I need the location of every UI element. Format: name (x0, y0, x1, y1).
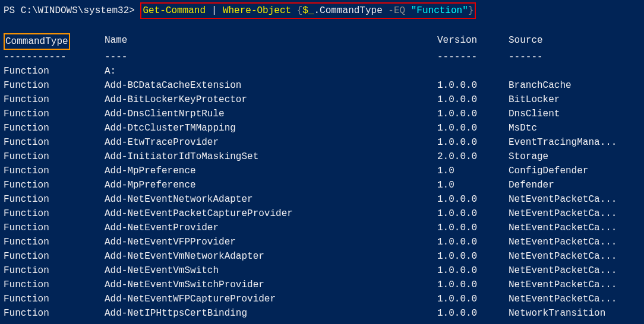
cell-version: 1.0.0.0 (437, 207, 509, 221)
divider-name: ---- (105, 50, 437, 64)
string-literal: "Function" (411, 4, 468, 18)
cell-name: Add-NetEventProvider (105, 221, 437, 235)
prompt-prefix: PS C:\WINDOWS\system32> (4, 4, 140, 18)
cell-commandtype: Function (4, 78, 105, 93)
cell-version (437, 64, 509, 78)
table-row: FunctionAdd-EtwTraceProvider1.0.0.0Event… (4, 135, 640, 150)
cell-name: Add-NetEventWFPCaptureProvider (105, 292, 437, 306)
cell-source: BranchCache (509, 78, 640, 93)
cell-name: Add-NetEventVFPProvider (105, 235, 437, 249)
cell-source: NetEventPacketCa... (509, 292, 640, 306)
table-row: FunctionAdd-InitiatorIdToMaskingSet2.0.0… (4, 150, 640, 164)
table-row: FunctionAdd-NetIPHttpsCertBinding1.0.0.0… (4, 306, 640, 320)
cell-name: Add-NetEventNetworkAdapter (105, 192, 437, 207)
brace-open: { (297, 4, 303, 18)
cell-name: Add-BCDataCacheExtension (105, 78, 437, 93)
cell-name: Add-InitiatorIdToMaskingSet (105, 150, 437, 164)
cell-name: Add-NetEventVmSwitchProvider (105, 278, 437, 292)
cell-version: 1.0.0.0 (437, 263, 509, 278)
comparison-operator: -EQ (388, 4, 411, 18)
cell-source: NetworkTransition (509, 306, 640, 320)
cell-version: 1.0.0.0 (437, 107, 509, 121)
table-row: FunctionAdd-NetEventVmNetworkAdapter1.0.… (4, 249, 640, 263)
cell-commandtype: Function (4, 192, 105, 207)
pipe-operator: | (206, 4, 223, 18)
cell-version: 1.0.0.0 (437, 235, 509, 249)
cell-source: BitLocker (509, 93, 640, 107)
cell-commandtype: Function (4, 278, 105, 292)
cell-commandtype: Function (4, 164, 105, 178)
table-row: FunctionAdd-BCDataCacheExtension1.0.0.0B… (4, 78, 640, 93)
cell-name: Add-DnsClientNrptRule (105, 107, 437, 121)
header-source: Source (509, 33, 640, 50)
header-version: Version (437, 33, 509, 50)
cell-name: Add-MpPreference (105, 164, 437, 178)
cell-source: Defender (509, 178, 640, 192)
cell-commandtype: Function (4, 207, 105, 221)
cell-commandtype: Function (4, 292, 105, 306)
table-row: FunctionAdd-MpPreference1.0ConfigDefende… (4, 164, 640, 178)
divider-type: ----------- (4, 50, 105, 64)
commandtype-highlight-box: CommandType (4, 33, 70, 50)
cell-version: 1.0.0.0 (437, 278, 509, 292)
cell-name: Add-BitLockerKeyProtector (105, 93, 437, 107)
cmdlet-get-command: Get-Command (143, 4, 206, 18)
cell-commandtype: Function (4, 135, 105, 150)
cmdlet-where-object: Where-Object (223, 4, 297, 18)
cell-commandtype: Function (4, 93, 105, 107)
table-row: FunctionAdd-NetEventVmSwitch1.0.0.0NetEv… (4, 263, 640, 278)
cell-source (509, 64, 640, 78)
cell-commandtype: Function (4, 235, 105, 249)
cell-version: 2.0.0.0 (437, 150, 509, 164)
cell-commandtype: Function (4, 107, 105, 121)
table-row: FunctionAdd-NetEventVmSwitchProvider1.0.… (4, 278, 640, 292)
prompt-line[interactable]: PS C:\WINDOWS\system32> Get-Command | Wh… (4, 2, 640, 19)
cell-version: 1.0.0.0 (437, 292, 509, 306)
cell-version: 1.0.0.0 (437, 221, 509, 235)
cell-commandtype: Function (4, 263, 105, 278)
cell-source: NetEventPacketCa... (509, 263, 640, 278)
command-highlight-box: Get-Command | Where-Object { $_ .Command… (140, 2, 476, 19)
cell-version: 1.0.0.0 (437, 135, 509, 150)
cell-name: Add-NetEventVmNetworkAdapter (105, 249, 437, 263)
cell-commandtype: Function (4, 150, 105, 164)
cell-commandtype: Function (4, 249, 105, 263)
cell-commandtype: Function (4, 64, 105, 78)
cell-version: 1.0.0.0 (437, 306, 509, 320)
divider-row: ----------- ---- ------- ------ (4, 50, 640, 64)
table-row: FunctionAdd-NetEventVFPProvider1.0.0.0Ne… (4, 235, 640, 249)
header-name: Name (105, 33, 437, 50)
cell-source: EventTracingMana... (509, 135, 640, 150)
table-row: FunctionAdd-DtcClusterTMMapping1.0.0.0Ms… (4, 121, 640, 135)
property-access: .CommandType (314, 4, 389, 18)
cell-source: MsDtc (509, 121, 640, 135)
cell-name: A: (105, 64, 437, 78)
cell-source: NetEventPacketCa... (509, 249, 640, 263)
cell-commandtype: Function (4, 306, 105, 320)
cell-version: 1.0.0.0 (437, 78, 509, 93)
table-row: FunctionAdd-BitLockerKeyProtector1.0.0.0… (4, 93, 640, 107)
divider-source: ------ (509, 50, 640, 64)
cell-source: NetEventPacketCa... (509, 235, 640, 249)
cell-version: 1.0 (437, 178, 509, 192)
cell-name: Add-NetIPHttpsCertBinding (105, 306, 437, 320)
cell-name: Add-DtcClusterTMMapping (105, 121, 437, 135)
cell-commandtype: Function (4, 221, 105, 235)
cell-commandtype: Function (4, 178, 105, 192)
table-row: FunctionAdd-NetEventProvider1.0.0.0NetEv… (4, 221, 640, 235)
header-commandtype: CommandType (4, 33, 105, 50)
table-row: FunctionAdd-NetEventWFPCaptureProvider1.… (4, 292, 640, 306)
table-row: FunctionAdd-DnsClientNrptRule1.0.0.0DnsC… (4, 107, 640, 121)
cell-name: Add-NetEventVmSwitch (105, 263, 437, 278)
cell-version: 1.0.0.0 (437, 121, 509, 135)
cell-source: NetEventPacketCa... (509, 278, 640, 292)
table-row: FunctionAdd-NetEventPacketCaptureProvide… (4, 207, 640, 221)
brace-close: } (468, 4, 474, 18)
cell-version: 1.0.0.0 (437, 192, 509, 207)
table-row: FunctionAdd-MpPreference1.0Defender (4, 178, 640, 192)
cell-version: 1.0.0.0 (437, 249, 509, 263)
cell-name: Add-NetEventPacketCaptureProvider (105, 207, 437, 221)
cell-source: NetEventPacketCa... (509, 192, 640, 207)
table-row: FunctionAdd-NetEventNetworkAdapter1.0.0.… (4, 192, 640, 207)
cell-source: NetEventPacketCa... (509, 221, 640, 235)
